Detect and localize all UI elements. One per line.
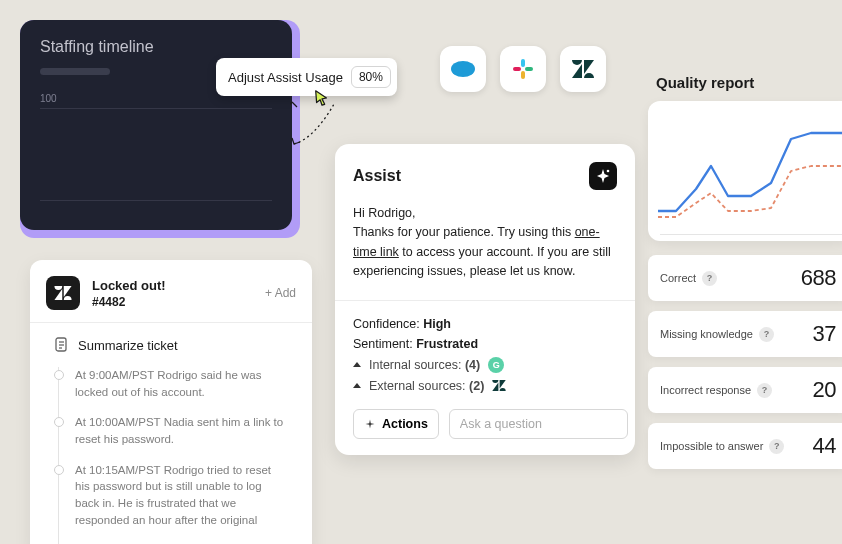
svg-point-11 <box>607 170 610 173</box>
adjust-assist-usage-pill[interactable]: Adjust Assist Usage 80% <box>216 58 397 96</box>
assist-body: Hi Rodrigo, Thanks for your patience. Tr… <box>353 204 617 282</box>
quality-report-panel: Quality report Correct ? 688 Missing kno… <box>648 74 842 479</box>
svg-rect-5 <box>521 71 525 79</box>
help-icon[interactable]: ? <box>769 439 784 454</box>
ask-question-input[interactable] <box>449 409 628 439</box>
svg-point-2 <box>462 63 474 73</box>
timeline-item: At 10:15AM/PST Rodrigo tried to reset hi… <box>75 462 292 529</box>
sentiment-row: Sentiment: Frustrated <box>353 337 617 351</box>
adjust-percent[interactable]: 80% <box>351 66 391 88</box>
internal-sources-row[interactable]: Internal sources: (4) G <box>353 357 617 373</box>
quality-line-chart <box>648 101 842 241</box>
actions-button[interactable]: Actions <box>353 409 439 439</box>
external-sources-row[interactable]: External sources: (2) <box>353 379 617 393</box>
timeline-item: At 10:00AM/PST Nadia sent him a link to … <box>75 414 292 447</box>
staffing-title: Staffing timeline <box>40 38 272 56</box>
timeline-item: At 9:00AM/PST Rodrigo said he was locked… <box>75 367 292 400</box>
confidence-row: Confidence: High <box>353 317 617 331</box>
ticket-card: Locked out! #4482 + Add Summarize ticket… <box>30 260 312 544</box>
help-icon[interactable]: ? <box>702 271 717 286</box>
salesforce-icon[interactable] <box>440 46 486 92</box>
caret-up-icon <box>353 383 361 388</box>
svg-rect-6 <box>513 67 521 71</box>
source-g-icon: G <box>488 357 504 373</box>
ticket-id: #4482 <box>92 295 265 309</box>
svg-rect-4 <box>525 67 533 71</box>
quality-row-missing[interactable]: Missing knowledge ? 37 <box>648 311 842 357</box>
adjust-label: Adjust Assist Usage <box>228 70 343 85</box>
slack-icon[interactable] <box>500 46 546 92</box>
zendesk-logo-icon <box>46 276 80 310</box>
quality-title: Quality report <box>656 74 842 91</box>
summarize-ticket-button[interactable]: Summarize ticket <box>30 323 312 363</box>
zendesk-icon[interactable] <box>560 46 606 92</box>
help-icon[interactable]: ? <box>757 383 772 398</box>
document-icon <box>54 337 70 353</box>
ticket-title: Locked out! <box>92 278 265 293</box>
sparkle-icon[interactable] <box>589 162 617 190</box>
caret-up-icon <box>353 362 361 367</box>
quality-row-incorrect[interactable]: Incorrect response ? 20 <box>648 367 842 413</box>
quality-row-impossible[interactable]: Impossible to answer ? 44 <box>648 423 842 469</box>
assist-title: Assist <box>353 167 401 185</box>
skeleton-bar <box>40 68 110 75</box>
sparkle-small-icon <box>364 418 376 430</box>
svg-rect-3 <box>521 59 525 67</box>
assist-card: Assist Hi Rodrigo, Thanks for your patie… <box>335 144 635 455</box>
bar-chart <box>40 109 272 201</box>
ticket-timeline: At 9:00AM/PST Rodrigo said he was locked… <box>58 367 292 544</box>
svg-point-1 <box>452 65 464 75</box>
quality-row-correct[interactable]: Correct ? 688 <box>648 255 842 301</box>
help-icon[interactable]: ? <box>759 327 774 342</box>
summarize-label: Summarize ticket <box>78 338 178 353</box>
ticket-add-button[interactable]: + Add <box>265 286 296 300</box>
dotted-arrow <box>290 100 350 150</box>
source-zendesk-icon <box>492 379 506 393</box>
cursor-icon <box>313 89 331 107</box>
staffing-timeline-card: Staffing timeline 100 <box>20 20 292 230</box>
